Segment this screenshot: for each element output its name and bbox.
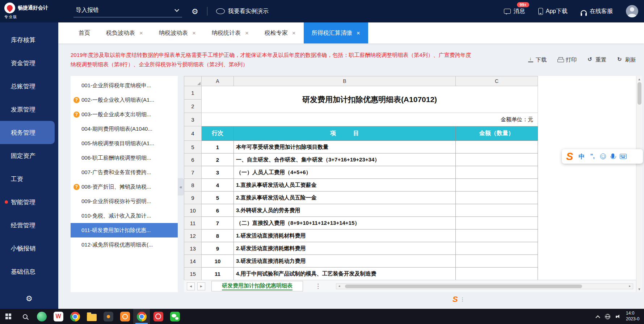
online-service-button[interactable]: 在线客服 xyxy=(581,8,613,15)
form-list-item-10[interactable]: 011-研发费用加计扣除优惠... xyxy=(71,223,178,237)
tab-1[interactable]: 税负波动表× xyxy=(98,22,151,43)
sidebar-item-9[interactable]: 小畅报销 xyxy=(0,237,58,260)
sidebar-item-1[interactable]: 资金管理 xyxy=(0,51,58,75)
table-header-line[interactable]: 行次 xyxy=(202,126,234,141)
tab-close-icon[interactable]: × xyxy=(139,30,143,36)
import-error-dropdown[interactable]: 导入报错 xyxy=(73,5,182,17)
row-header-9[interactable]: 9 xyxy=(184,192,202,204)
form-list-item-9[interactable]: 010-免税、减计收入及加计... xyxy=(71,209,178,223)
taskbar-app-browser-active[interactable] xyxy=(133,309,150,324)
row-header-12[interactable]: 12 xyxy=(184,230,202,242)
clock[interactable]: 14:0 2023-0 xyxy=(626,311,643,322)
line-number-cell[interactable]: 3 xyxy=(202,166,234,179)
refresh-button[interactable]: 刷新 xyxy=(617,56,636,63)
sidebar-item-5[interactable]: 固定资产 xyxy=(0,144,58,167)
line-number-cell[interactable]: 4 xyxy=(202,179,234,192)
column-header-C[interactable]: C xyxy=(456,76,538,86)
line-number-cell[interactable]: 7 xyxy=(202,217,234,230)
ime-language-toggle[interactable]: 中 xyxy=(578,152,585,161)
form-list-item-5[interactable]: 006-职工薪酬纳税调整明细... xyxy=(71,151,178,165)
scroll-up-arrow[interactable]: ▲ xyxy=(636,76,642,82)
amount-cell[interactable] xyxy=(456,204,538,217)
amount-cell[interactable] xyxy=(456,192,538,204)
sidebar-item-6[interactable]: 工资 xyxy=(0,167,58,190)
tray-expand-icon[interactable] xyxy=(595,315,600,320)
demo-link[interactable]: 我要看实例演示 xyxy=(216,8,269,15)
item-cell[interactable]: 一、自主研发、合作研发、集中研发（3+7+16+19+23+34） xyxy=(234,153,456,166)
item-cell[interactable]: （一）人员人工费用（4+5+6） xyxy=(234,166,456,179)
item-cell[interactable]: 1.直接从事研发活动人员工资薪金 xyxy=(234,179,456,192)
form-list-item-4[interactable]: 005-纳税调整项目明细表(A1... xyxy=(71,136,178,151)
tab-2[interactable]: 纳税波动表× xyxy=(151,22,204,43)
sidebar-item-4[interactable]: 税务管理 xyxy=(0,121,55,144)
sogou-logo-icon[interactable]: S xyxy=(566,151,573,162)
horizontal-scroll-thumb[interactable] xyxy=(345,285,582,288)
row-header-13[interactable]: 13 xyxy=(184,242,202,255)
line-number-cell[interactable]: 9 xyxy=(202,242,234,255)
tab-close-icon[interactable]: × xyxy=(245,30,249,36)
taskbar-search-button[interactable] xyxy=(17,309,33,324)
tab-close-icon[interactable]: × xyxy=(192,30,196,36)
sidebar-item-10[interactable]: 基础信息 xyxy=(0,260,58,283)
ime-punctuation-toggle[interactable]: ”, xyxy=(590,153,594,160)
item-cell[interactable]: 4.用于中间试验和产品试制的模具、工艺装备开发及制造费 xyxy=(234,268,456,280)
row-header-3[interactable]: 3 xyxy=(184,113,202,126)
print-button[interactable]: 打印 xyxy=(557,56,577,63)
row-header-7[interactable]: 7 xyxy=(184,166,202,179)
line-number-cell[interactable]: 2 xyxy=(202,153,234,166)
item-cell[interactable]: （二）直接投入费用（8+9+10+11+12+13+14+15） xyxy=(234,217,456,230)
amount-cell[interactable] xyxy=(456,179,538,192)
form-list-item-2[interactable]: ?003-一般企业成本支出明细... xyxy=(71,107,178,122)
tab-3[interactable]: 纳税统计表× xyxy=(204,22,257,43)
microphone-icon[interactable] xyxy=(611,153,614,158)
item-cell[interactable]: 3.研发活动直接消耗动力费用 xyxy=(234,255,456,268)
settings-gear-button[interactable]: ⚙ xyxy=(191,8,198,15)
sheet-title-cell[interactable]: 研发费用加计扣除优惠明细表(A107012) xyxy=(202,86,538,113)
vertical-scroll-thumb[interactable] xyxy=(637,82,641,105)
table-header-amount[interactable]: 金额（数量） xyxy=(456,126,538,141)
form-list-item-1[interactable]: ?002-一般企业收入明细表(A1... xyxy=(71,93,178,107)
amount-cell[interactable] xyxy=(456,166,538,179)
form-list-item-8[interactable]: 009-企业所得税弥补亏损明... xyxy=(71,194,178,209)
sidebar-settings-gear[interactable]: ⚙ xyxy=(0,294,58,303)
active-sheet-tab[interactable]: 研发费用加计扣除优惠明细表 xyxy=(211,281,303,291)
taskbar-file-explorer[interactable] xyxy=(83,309,100,324)
row-header-4[interactable]: 4 xyxy=(184,126,202,141)
tab-4[interactable]: 税检专家× xyxy=(257,22,304,43)
help-icon[interactable]: ? xyxy=(73,111,80,118)
reset-button[interactable]: 重置 xyxy=(588,56,606,63)
sogou-float-indicator[interactable]: S ⋮ xyxy=(453,295,465,303)
taskbar-app-wechat[interactable] xyxy=(167,309,183,324)
taskbar-app-security[interactable] xyxy=(33,309,50,324)
taskbar-app-wps[interactable]: W xyxy=(50,309,67,324)
row-header-11[interactable]: 11 xyxy=(184,217,202,230)
amount-cell[interactable] xyxy=(456,230,538,242)
start-button[interactable] xyxy=(0,309,17,324)
amount-cell[interactable] xyxy=(456,153,538,166)
sheet-next-button[interactable]: ► xyxy=(197,282,205,290)
column-header-A[interactable]: A xyxy=(202,76,234,86)
help-icon[interactable]: ? xyxy=(73,97,80,103)
row-header-1[interactable]: 1 xyxy=(184,86,202,100)
messages-button[interactable]: 99+ 消息 xyxy=(504,8,525,15)
amount-cell[interactable] xyxy=(456,242,538,255)
form-list-item-7[interactable]: ?008-资产折旧、摊销及纳税... xyxy=(71,180,178,194)
app-download-button[interactable]: App下载 xyxy=(538,8,568,15)
sidebar-item-7[interactable]: 智能管理 xyxy=(0,190,58,214)
row-header-15[interactable]: 15 xyxy=(184,268,202,280)
collapse-panel-handle[interactable]: « xyxy=(178,178,184,195)
tab-close-icon[interactable]: × xyxy=(357,30,360,36)
amount-cell[interactable] xyxy=(456,268,538,280)
line-number-cell[interactable]: 5 xyxy=(202,192,234,204)
line-number-cell[interactable]: 8 xyxy=(202,230,234,242)
horizontal-scrollbar[interactable]: ◄ ► xyxy=(336,283,633,289)
item-cell[interactable]: 1.研发活动直接消耗材料费用 xyxy=(234,230,456,242)
keyboard-icon[interactable] xyxy=(620,154,627,159)
sidebar-item-2[interactable]: 总账管理 xyxy=(0,75,58,98)
row-header-6[interactable]: 6 xyxy=(184,153,202,166)
scroll-right-arrow[interactable]: ► xyxy=(627,285,633,288)
row-header-10[interactable]: 10 xyxy=(184,204,202,217)
column-header-B[interactable]: B xyxy=(234,76,456,86)
item-cell[interactable]: 2.研发活动直接消耗燃料费用 xyxy=(234,242,456,255)
amount-cell[interactable] xyxy=(456,255,538,268)
